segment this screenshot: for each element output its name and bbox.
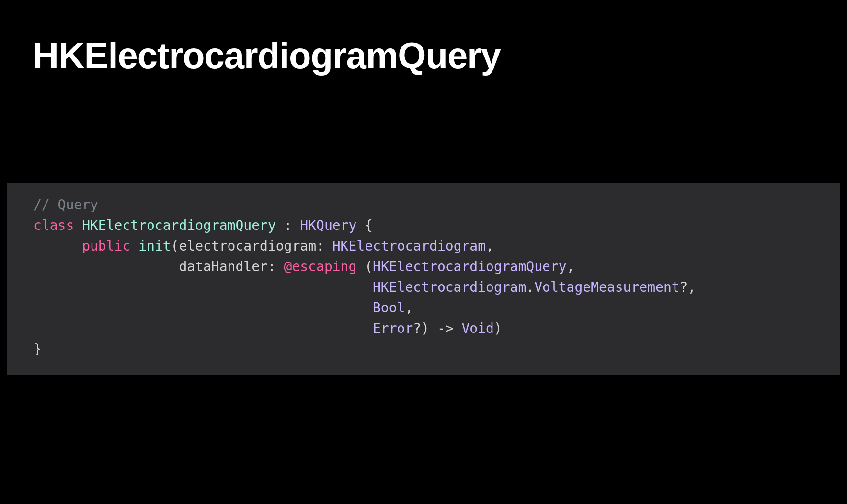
inherit-colon: : bbox=[276, 218, 300, 233]
space bbox=[324, 238, 332, 254]
indent bbox=[34, 279, 373, 295]
close-paren: ) bbox=[494, 321, 502, 336]
attribute-escaping: @escaping bbox=[284, 259, 357, 275]
comma: , bbox=[486, 238, 494, 254]
comma: , bbox=[405, 300, 413, 316]
indent bbox=[34, 259, 179, 275]
slide: HKElectrocardiogramQuery // Query class … bbox=[0, 0, 847, 504]
type-hkelectrocardiogramquery: HKElectrocardiogramQuery bbox=[373, 259, 567, 275]
keyword-public: public bbox=[82, 238, 130, 254]
type-hkelectrocardiogram: HKElectrocardiogram bbox=[373, 279, 526, 295]
indent bbox=[34, 300, 373, 316]
keyword-init: init bbox=[138, 238, 171, 254]
superclass-name: HKQuery bbox=[300, 218, 356, 233]
close-brace: } bbox=[34, 341, 42, 357]
arrow: ?) -> bbox=[413, 321, 461, 336]
code-comment: // Query bbox=[34, 197, 98, 213]
type-hkelectrocardiogram: HKElectrocardiogram bbox=[332, 238, 486, 254]
open-paren: ( bbox=[171, 238, 179, 254]
indent bbox=[34, 321, 373, 336]
type-void: Void bbox=[461, 321, 493, 336]
code-block: // Query class HKElectrocardiogramQuery … bbox=[7, 183, 840, 375]
param-datahandler: dataHandler: bbox=[179, 259, 275, 275]
optional-comma: ?, bbox=[680, 279, 696, 295]
indent bbox=[34, 238, 82, 254]
keyword-class: class bbox=[34, 218, 74, 233]
space bbox=[276, 259, 284, 275]
space bbox=[356, 259, 365, 275]
dot: . bbox=[526, 279, 534, 295]
open-paren: ( bbox=[365, 259, 373, 275]
space bbox=[130, 238, 138, 254]
type-bool: Bool bbox=[373, 300, 405, 316]
open-brace: { bbox=[356, 218, 373, 233]
comma: , bbox=[567, 259, 575, 275]
param-electrocardiogram: electrocardiogram: bbox=[179, 238, 324, 254]
type-error: Error bbox=[373, 321, 413, 336]
slide-title: HKElectrocardiogramQuery bbox=[33, 34, 501, 76]
class-name: HKElectrocardiogramQuery bbox=[82, 218, 276, 233]
type-voltagemeasurement: VoltageMeasurement bbox=[534, 279, 679, 295]
